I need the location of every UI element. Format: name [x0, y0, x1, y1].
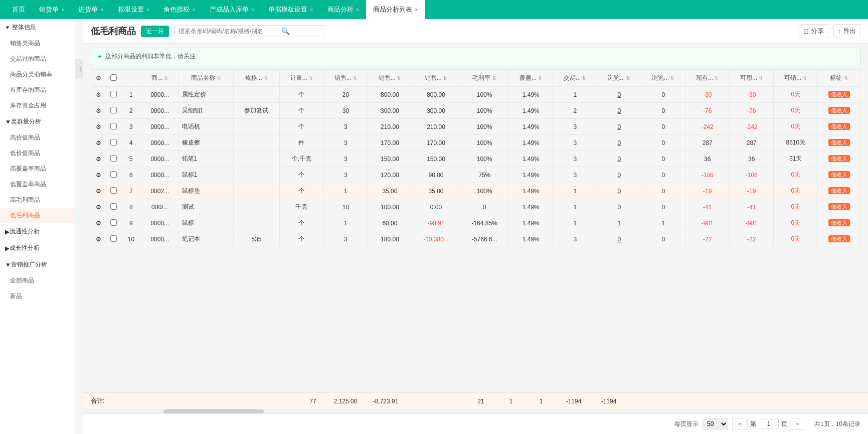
- th-sales-qty[interactable]: 销售... ⇅: [323, 70, 368, 87]
- cell-gear[interactable]: ⚙: [91, 231, 106, 247]
- cell-checkbox[interactable]: [106, 199, 121, 215]
- view1-link[interactable]: 0: [617, 107, 621, 114]
- cell-checkbox[interactable]: [106, 215, 121, 231]
- row-checkbox[interactable]: [110, 123, 117, 129]
- th-code[interactable]: 商... ⇅: [141, 70, 179, 87]
- cell-checkbox[interactable]: [106, 103, 121, 119]
- sidebar-item-high-coverage[interactable]: 高覆盖率商品: [0, 161, 75, 177]
- cell-checkbox[interactable]: [106, 151, 121, 167]
- cell-gear[interactable]: ⚙: [91, 87, 106, 103]
- scrollbar-thumb[interactable]: [163, 409, 264, 413]
- sidebar-item-traded-products[interactable]: 交易过的商品: [0, 51, 75, 67]
- row-checkbox[interactable]: [110, 91, 117, 97]
- sidebar-group-marketing[interactable]: ▼ 营销推广分析: [0, 256, 75, 273]
- sidebar-group-circulation[interactable]: ▶ 流通性分析: [0, 223, 75, 240]
- th-current[interactable]: 现有... ⇅: [685, 70, 730, 87]
- close-icon-6[interactable]: ×: [310, 7, 313, 13]
- close-icon[interactable]: ×: [61, 7, 64, 13]
- cell-view1[interactable]: 0: [597, 231, 641, 247]
- nav-templates[interactable]: 单据模板设置 ×: [261, 0, 320, 19]
- th-view2[interactable]: 浏览... ⇅: [641, 70, 685, 87]
- close-icon-2[interactable]: ×: [100, 7, 103, 13]
- row-checkbox[interactable]: [110, 139, 117, 146]
- view1-link[interactable]: 0: [617, 188, 621, 195]
- page-size-select[interactable]: 50 20 100: [703, 418, 728, 429]
- cell-checkbox[interactable]: [106, 167, 121, 183]
- sidebar-item-low-value[interactable]: 低价值商品: [0, 146, 75, 161]
- cell-checkbox[interactable]: [106, 135, 121, 151]
- cell-view1[interactable]: 0: [597, 167, 641, 183]
- sidebar-group-overview[interactable]: ▼ 整体信息: [0, 19, 75, 36]
- th-spec[interactable]: 规格... ⇅: [233, 70, 279, 87]
- sidebar-item-high-value[interactable]: 高价值商品: [0, 130, 75, 146]
- cell-gear[interactable]: ⚙: [91, 151, 106, 167]
- cell-view1[interactable]: 0: [597, 183, 641, 199]
- view1-link[interactable]: 0: [617, 172, 621, 179]
- view1-link[interactable]: 0: [617, 139, 621, 147]
- filter-month-btn[interactable]: 近一月: [141, 26, 169, 37]
- view1-link[interactable]: 0: [617, 204, 621, 211]
- sidebar-item-in-stock[interactable]: 有库存的商品: [0, 82, 75, 98]
- close-icon-8[interactable]: ×: [415, 7, 418, 13]
- cell-gear[interactable]: ⚙: [91, 167, 106, 183]
- cell-gear[interactable]: ⚙: [91, 103, 106, 119]
- sidebar-item-category-rate[interactable]: 商品分类助销率: [0, 67, 75, 82]
- close-icon-4[interactable]: ×: [192, 7, 195, 13]
- th-cover-rate[interactable]: 覆盖... ⇅: [509, 70, 553, 87]
- th-sales-amount[interactable]: 销售... ⇅: [412, 70, 460, 87]
- cell-view1[interactable]: 0: [597, 151, 641, 167]
- search-input[interactable]: [179, 28, 279, 35]
- th-gross-rate[interactable]: 毛利率 ⇅: [460, 70, 509, 87]
- search-icon[interactable]: 🔍: [281, 27, 290, 35]
- export-btn[interactable]: ↑ 导出: [833, 24, 861, 38]
- nav-permissions[interactable]: 权限设置 ×: [111, 0, 156, 19]
- sidebar-group-cluster[interactable]: ▼ 类群量分析: [0, 113, 75, 130]
- bottom-scrollbar[interactable]: [83, 409, 868, 413]
- nav-home[interactable]: 首页: [5, 0, 32, 19]
- cell-gear[interactable]: ⚙: [91, 135, 106, 151]
- view1-link[interactable]: 0: [617, 123, 621, 130]
- sidebar-item-high-margin[interactable]: 高毛利商品: [0, 192, 75, 208]
- th-tag[interactable]: 标签 ⇅: [818, 70, 860, 87]
- next-page-btn[interactable]: ＞: [790, 418, 805, 430]
- th-trade[interactable]: 交易... ⇅: [553, 70, 597, 87]
- sidebar-item-low-margin[interactable]: 低毛利商品: [0, 208, 75, 223]
- sidebar-collapse-btn[interactable]: 《: [75, 59, 83, 79]
- prev-page-btn[interactable]: ＜: [732, 418, 748, 430]
- sidebar-item-sales-products[interactable]: 销售类商品: [0, 36, 75, 51]
- view1-link[interactable]: 1: [617, 220, 621, 227]
- close-icon-3[interactable]: ×: [146, 7, 149, 13]
- close-icon-5[interactable]: ×: [251, 7, 254, 13]
- cell-checkbox[interactable]: [106, 231, 121, 247]
- nav-sales[interactable]: 销货单 ×: [32, 0, 71, 19]
- cell-view1[interactable]: 0: [597, 135, 641, 151]
- cell-checkbox[interactable]: [106, 183, 121, 199]
- row-checkbox[interactable]: [110, 171, 117, 178]
- th-available[interactable]: 可用... ⇅: [730, 70, 774, 87]
- close-icon-7[interactable]: ×: [356, 7, 359, 13]
- cell-gear[interactable]: ⚙: [91, 183, 106, 199]
- sidebar-item-new-products[interactable]: 新品: [0, 288, 75, 304]
- sidebar-item-all-products[interactable]: 全部商品: [0, 273, 75, 288]
- cell-view1[interactable]: 0: [597, 199, 641, 215]
- nav-analysis-list[interactable]: 商品分析列表 ×: [366, 0, 425, 19]
- cell-view1[interactable]: 0: [597, 119, 641, 135]
- cell-view1[interactable]: 1: [597, 215, 641, 231]
- th-name[interactable]: 商品名称 ⇅: [179, 70, 233, 87]
- nav-purchase[interactable]: 进货单 ×: [71, 0, 110, 19]
- row-checkbox[interactable]: [110, 235, 117, 242]
- sidebar-group-growth[interactable]: ▶ 成长性分析: [0, 240, 75, 256]
- cell-checkbox[interactable]: [106, 119, 121, 135]
- nav-products[interactable]: 产成品入库单 ×: [203, 0, 261, 19]
- view1-link[interactable]: 0: [617, 236, 621, 243]
- sidebar-item-stock-fund[interactable]: 库存资金占用: [0, 98, 75, 113]
- th-sellable[interactable]: 可销... ⇅: [774, 70, 818, 87]
- view1-link[interactable]: 0: [617, 91, 621, 98]
- row-checkbox[interactable]: [110, 219, 117, 226]
- cell-view1[interactable]: 0: [597, 103, 641, 119]
- cell-gear[interactable]: ⚙: [91, 199, 106, 215]
- select-all-checkbox[interactable]: [110, 74, 117, 81]
- cell-checkbox[interactable]: [106, 87, 121, 103]
- cell-view1[interactable]: 0: [597, 87, 641, 103]
- row-checkbox[interactable]: [110, 107, 117, 113]
